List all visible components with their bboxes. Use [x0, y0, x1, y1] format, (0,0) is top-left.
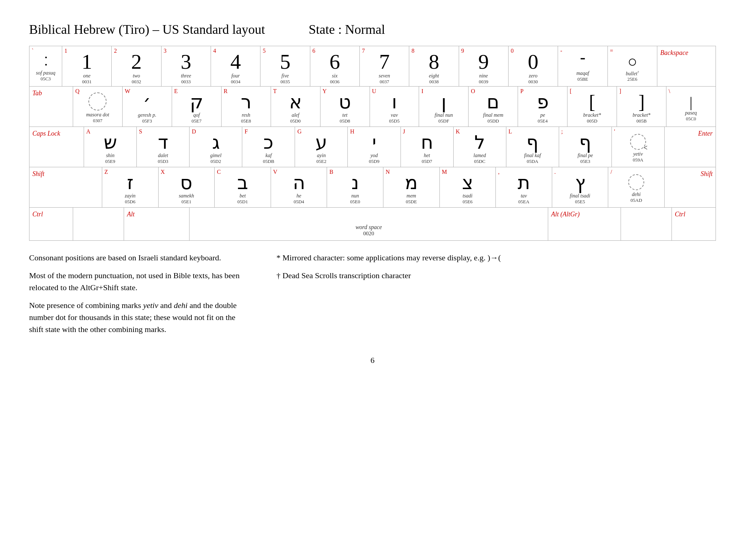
footnote-dead-sea: † Dead Sea Scrolls transcription charact…	[276, 269, 716, 281]
key-d[interactable]: D ג gimel 05D2	[190, 127, 242, 167]
num-row: ` ׃ sof pasuq 05C3 1 1 one 0031 2 2 two …	[29, 46, 716, 87]
key-s[interactable]: S ד dalet 05D3	[137, 127, 190, 167]
key-e[interactable]: E ק qof 05E7	[172, 87, 222, 127]
keyboard: ` ׃ sof pasuq 05C3 1 1 one 0031 2 2 two …	[29, 46, 716, 241]
key-f[interactable]: F כ kaf 05DB	[242, 127, 295, 167]
key-shift-left[interactable]: Shift	[29, 167, 102, 207]
footnote-right: * Mirrored character: some applications …	[276, 252, 716, 341]
page-number: 6	[29, 356, 716, 365]
footnote-left: Consonant positions are based on Israeli…	[29, 252, 247, 341]
key-alt-left[interactable]: Alt	[124, 208, 190, 240]
tab-row: Tab Q masora dot 0307 W ׳ geresh p. 05F3…	[29, 87, 716, 127]
footnote-section: Consonant positions are based on Israeli…	[29, 252, 716, 341]
key-8[interactable]: 8 8 eight 0038	[409, 46, 459, 86]
key-g[interactable]: G ע ayin 05E2	[295, 127, 348, 167]
key-empty-2	[621, 208, 672, 240]
key-b[interactable]: B נ nun 05E0	[327, 167, 383, 207]
key-x[interactable]: X ס samekh 05E1	[159, 167, 215, 207]
key-altgr[interactable]: Alt (AltGr)	[548, 208, 621, 240]
key-4[interactable]: 4 4 four 0034	[211, 46, 260, 86]
caps-row: Caps Lock A ש shin 05E9 S ד dalet 05D3 D…	[29, 127, 716, 167]
key-v[interactable]: V ה he 05D4	[271, 167, 327, 207]
key-ctrl-right[interactable]: Ctrl	[672, 208, 716, 240]
key-u[interactable]: U ו vav 05D5	[370, 87, 419, 127]
page-container: Biblical Hebrew (Tiro) – US Standard lay…	[29, 22, 716, 365]
page-header: Biblical Hebrew (Tiro) – US Standard lay…	[29, 22, 716, 37]
key-j[interactable]: J ח het 05D7	[401, 127, 454, 167]
key-c[interactable]: C ב bet 05D1	[215, 167, 271, 207]
key-enter[interactable]: Enter	[665, 127, 716, 167]
ctrl-row: Ctrl Alt word space 0020 Alt (AltGr) Ctr…	[29, 208, 716, 240]
key-backslash[interactable]: \ | paseq 05C0	[666, 87, 716, 127]
masora-dot-icon	[88, 92, 107, 111]
yetiv-icon	[630, 134, 646, 150]
key-a[interactable]: A ש shin 05E9	[84, 127, 137, 167]
key-q[interactable]: Q masora dot 0307	[73, 87, 123, 127]
key-p[interactable]: P פ pe 05E4	[518, 87, 567, 127]
shift-row: Shift Z ז zayin 05D6 X ס samekh 05E1 C ב…	[29, 167, 716, 208]
key-period[interactable]: . ץ final tsadi 05E5	[552, 167, 609, 207]
key-capslock[interactable]: Caps Lock	[29, 127, 84, 167]
key-2[interactable]: 2 2 two 0032	[112, 46, 161, 86]
page-title: Biblical Hebrew (Tiro) – US Standard lay…	[29, 22, 265, 37]
key-backtick[interactable]: ` ׃ sof pasuq 05C3	[29, 46, 62, 86]
key-7[interactable]: 7 7 seven 0037	[360, 46, 409, 86]
footnote-consonant: Consonant positions are based on Israeli…	[29, 252, 247, 264]
key-empty-1	[73, 208, 124, 240]
key-0[interactable]: 0 0 zero 0030	[509, 46, 558, 86]
key-rbracket[interactable]: ] ] bracket* 005B	[617, 87, 666, 127]
key-6[interactable]: 6 6 six 0036	[310, 46, 360, 86]
key-lbracket[interactable]: [ [ bracket* 005D	[567, 87, 617, 127]
key-ctrl-left[interactable]: Ctrl	[29, 208, 73, 240]
footnote-note: Note presence of combining marks yetiv a…	[29, 299, 247, 335]
key-o[interactable]: O ם final mem 05DD	[469, 87, 518, 127]
key-1[interactable]: 1 1 one 0031	[62, 46, 112, 86]
key-w[interactable]: W ׳ geresh p. 05F3	[123, 87, 172, 127]
key-5[interactable]: 5 5 five 0035	[260, 46, 310, 86]
key-3[interactable]: 3 3 three 0033	[162, 46, 211, 86]
key-z[interactable]: Z ז zayin 05D6	[102, 167, 159, 207]
key-shift-right[interactable]: Shift	[665, 167, 716, 207]
footnote-modern: Most of the modern punctuation, not used…	[29, 269, 247, 293]
key-tab[interactable]: Tab	[29, 87, 73, 127]
key-semicolon[interactable]: ; ף final pe 05E3	[559, 127, 612, 167]
key-quote[interactable]: ' yetiv 059A	[612, 127, 665, 167]
key-t[interactable]: T א alef 05D0	[271, 87, 320, 127]
key-l[interactable]: L ף final kaf 05DA	[506, 127, 559, 167]
state-label: State : Normal	[309, 22, 385, 37]
key-m[interactable]: M צ tsadi 05E6	[440, 167, 496, 207]
key-n[interactable]: N מ mem 05DE	[383, 167, 440, 207]
key-y[interactable]: Y ט tet 05D8	[320, 87, 370, 127]
footnote-mirrored: * Mirrored character: some applications …	[276, 252, 716, 264]
dehi-icon	[628, 174, 644, 190]
key-equals[interactable]: = ○ bullet† 25E6	[608, 46, 657, 86]
key-9[interactable]: 9 9 nine 0039	[459, 46, 509, 86]
key-minus[interactable]: - ־ maqaf 05BE	[558, 46, 607, 86]
key-r[interactable]: R ר resh 05E8	[222, 87, 271, 127]
key-space[interactable]: word space 0020	[190, 208, 548, 240]
key-i[interactable]: I ן final nun 05DF	[419, 87, 469, 127]
key-h[interactable]: H י yod 05D9	[348, 127, 401, 167]
key-backspace[interactable]: Backspace	[657, 46, 716, 86]
key-slash[interactable]: / dehi 05AD	[608, 167, 665, 207]
key-comma[interactable]: , ת tav 05EA	[496, 167, 552, 207]
key-k[interactable]: K ל lamed 05DC	[454, 127, 506, 167]
